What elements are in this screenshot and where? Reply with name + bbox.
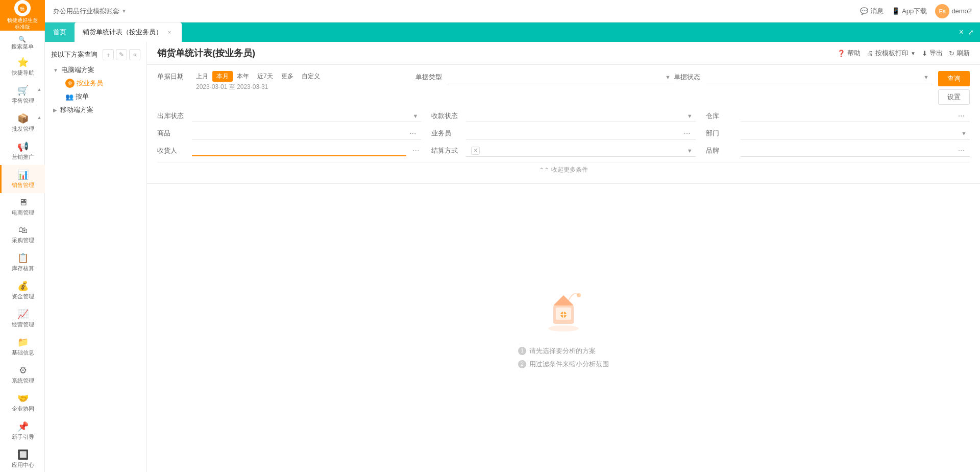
sidebar-item-enterprise[interactable]: 🤝 企业协同 xyxy=(0,389,45,417)
goods-dots-icon[interactable]: ··· xyxy=(407,129,418,138)
date-btn-this-month[interactable]: 本月 xyxy=(212,71,233,82)
tree-mobile-arrow-icon: ▶ xyxy=(53,107,57,113)
sidebar-item-retail[interactable]: 🛒 零售管理 ▲ xyxy=(0,81,45,109)
user-profile[interactable]: Ea demo2 xyxy=(935,4,972,18)
setup-button[interactable]: 设置 xyxy=(938,89,970,105)
doc-status-arrow-icon: ▼ xyxy=(923,74,929,80)
sidebar-item-new-guide[interactable]: 📌 新手引导 xyxy=(0,417,45,445)
collapse-panel-btn[interactable]: « xyxy=(129,49,140,60)
filter-doc-status: 单据状态 ▼ xyxy=(674,71,932,83)
salesman-dots-icon[interactable]: ··· xyxy=(681,129,692,138)
enterprise-icon: 🤝 xyxy=(17,393,29,404)
date-btn-last-month[interactable]: 上月 xyxy=(192,71,212,82)
brand-select[interactable]: ··· xyxy=(741,145,970,157)
sidebar-item-purchase[interactable]: 🛍 采购管理 xyxy=(0,221,45,248)
tree-pc-section[interactable]: ▼ 电脑端方案 xyxy=(45,63,146,77)
dropdown-arrow-icon: ▼ xyxy=(121,8,127,14)
sidebar-item-quick-nav[interactable]: ⭐ 快捷导航 xyxy=(0,53,45,81)
warehouse-dots-icon[interactable]: ··· xyxy=(956,111,967,121)
tree-arrow-icon: ▼ xyxy=(53,67,58,73)
account-selector[interactable]: 办公用品行业模拟账套 ▼ xyxy=(53,7,127,16)
sidebar-item-basic-info[interactable]: 📁 基础信息 xyxy=(0,333,45,361)
date-btn-more[interactable]: 更多 xyxy=(277,71,298,82)
date-btn-this-year[interactable]: 本年 xyxy=(233,71,253,82)
date-btn-7days[interactable]: 近7天 xyxy=(253,71,277,82)
sidebar-item-ecommerce[interactable]: 🖥 电商管理 xyxy=(0,193,45,221)
sidebar-item-wholesale[interactable]: 📦 批发管理 ▲ xyxy=(0,109,45,137)
sidebar-search[interactable]: 🔍 搜索菜单 xyxy=(11,31,34,53)
sidebar-item-inventory[interactable]: 📋 库存核算 xyxy=(0,248,45,276)
filter-dept: 部门 ▼ xyxy=(706,127,970,139)
system-icon: ⚙ xyxy=(19,365,27,376)
tab-home[interactable]: 首页 xyxy=(45,22,75,42)
app-download-btn[interactable]: 📱 App下载 xyxy=(892,7,927,16)
help-btn[interactable]: ❓ 帮助 xyxy=(837,49,861,58)
wholesale-icon: 📦 xyxy=(17,113,29,124)
export-btn[interactable]: ⬇ 导出 xyxy=(922,49,943,58)
doc-type-arrow-icon: ▼ xyxy=(665,74,671,80)
quick-nav-label: 快捷导航 xyxy=(12,69,34,77)
tip-num-2: 2 xyxy=(518,360,526,368)
wholesale-label: 批发管理 xyxy=(12,125,34,133)
salesman-select[interactable]: ··· xyxy=(466,127,695,139)
tree-pc-label: 电脑端方案 xyxy=(61,65,94,75)
receipt-status-select[interactable]: ▼ xyxy=(466,110,695,122)
doc-status-select[interactable]: ▼ xyxy=(706,71,932,83)
warehouse-select[interactable]: ··· xyxy=(741,110,970,122)
tab-close-window-icon[interactable]: × xyxy=(959,28,964,37)
filter-out-status: 出库状态 ▼ xyxy=(157,110,421,122)
receiver-input[interactable] xyxy=(192,146,406,156)
sidebar-item-system[interactable]: ⚙ 系统管理 xyxy=(0,361,45,389)
left-panel: 按以下方案查询 + ✎ « ▼ 电脑端方案 业 按业务员 xyxy=(45,42,147,472)
sidebar-item-finance[interactable]: 💰 资金管理 xyxy=(0,276,45,304)
payment-clear-icon[interactable]: × xyxy=(471,147,480,155)
topbar: 办公用品行业模拟账套 ▼ 💬 消息 📱 App下载 Ea demo2 xyxy=(45,0,980,22)
tab-sales-stats[interactable]: 销货单统计表（按业务员） × xyxy=(75,22,182,42)
sidebar-item-operations[interactable]: 📈 经营管理 xyxy=(0,304,45,333)
left-panel-header: 按以下方案查询 + ✎ « xyxy=(45,46,146,63)
message-btn[interactable]: 💬 消息 xyxy=(860,7,884,16)
date-btn-custom[interactable]: 自定义 xyxy=(298,71,324,82)
logo-text: 畅捷通好生意 xyxy=(7,17,38,23)
tree-pc-children: 业 按业务员 👥 按单 xyxy=(45,77,146,103)
filter-goods: 商品 ··· xyxy=(157,127,421,139)
sidebar: 畅 畅捷通好生意 标准版 🔍 搜索菜单 ⭐ 快捷导航 🛒 零售管理 ▲ 📦 批发… xyxy=(0,0,45,472)
payment-method-select[interactable]: × ▼ xyxy=(466,145,695,157)
user-name: demo2 xyxy=(951,7,972,15)
app-center-label: 应用中心 xyxy=(12,461,34,469)
tab-close-icon[interactable]: × xyxy=(165,28,174,36)
filter-warehouse: 仓库 ··· xyxy=(706,110,970,122)
refresh-icon: ↻ xyxy=(949,50,954,57)
tabbar-right: × ⤢ xyxy=(959,28,980,37)
filter-row-3: 商品 ··· 业务员 ··· 部门 xyxy=(157,127,970,139)
tree-item-by-order[interactable]: 👥 按单 xyxy=(61,90,146,103)
goods-select[interactable]: ··· xyxy=(192,127,421,139)
refresh-btn[interactable]: ↻ 刷新 xyxy=(949,49,970,58)
out-status-select[interactable]: ▼ xyxy=(192,110,421,122)
date-range-display: 2023-03-01 至 2023-03-31 xyxy=(196,83,268,90)
receiver-dots-icon[interactable]: ··· xyxy=(410,146,421,155)
out-status-label: 出库状态 xyxy=(157,111,188,121)
tree-item-salesman-label: 按业务员 xyxy=(77,79,103,88)
empty-state: 1 请先选择要分析的方案 2 用过滤条件来缩小分析范围 xyxy=(147,184,980,472)
edit-scheme-btn[interactable]: ✎ xyxy=(116,49,127,60)
tabbar: 首页 销货单统计表（按业务员） × × ⤢ xyxy=(45,22,980,42)
tab-expand-icon[interactable]: ⤢ xyxy=(968,28,974,36)
tree-item-by-salesman[interactable]: 业 按业务员 xyxy=(61,77,146,90)
action-buttons: 查询 设置 xyxy=(932,71,970,105)
print-btn[interactable]: 🖨 按模板打印 ▼ xyxy=(867,49,916,58)
app-download-label: App下载 xyxy=(902,7,927,16)
query-button[interactable]: 查询 xyxy=(938,71,970,86)
sidebar-item-sales[interactable]: 📊 销售管理 xyxy=(0,165,45,193)
help-label: 帮助 xyxy=(847,49,861,58)
doc-type-select[interactable]: ▼ xyxy=(448,71,674,83)
enterprise-label: 企业协同 xyxy=(12,405,34,413)
sidebar-item-marketing[interactable]: 📢 营销推广 xyxy=(0,137,45,165)
brand-dots-icon[interactable]: ··· xyxy=(956,146,967,155)
collapse-filter-btn[interactable]: ⌃⌃ 收起更多条件 xyxy=(157,162,970,177)
dept-select[interactable]: ▼ xyxy=(741,127,970,139)
tree-mobile-section[interactable]: ▶ 移动端方案 xyxy=(45,103,146,116)
page-actions: ❓ 帮助 🖨 按模板打印 ▼ ⬇ 导出 ↻ 刷新 xyxy=(837,49,970,63)
add-scheme-btn[interactable]: + xyxy=(103,49,114,60)
sidebar-item-app-center[interactable]: 🔲 应用中心 xyxy=(0,445,45,472)
